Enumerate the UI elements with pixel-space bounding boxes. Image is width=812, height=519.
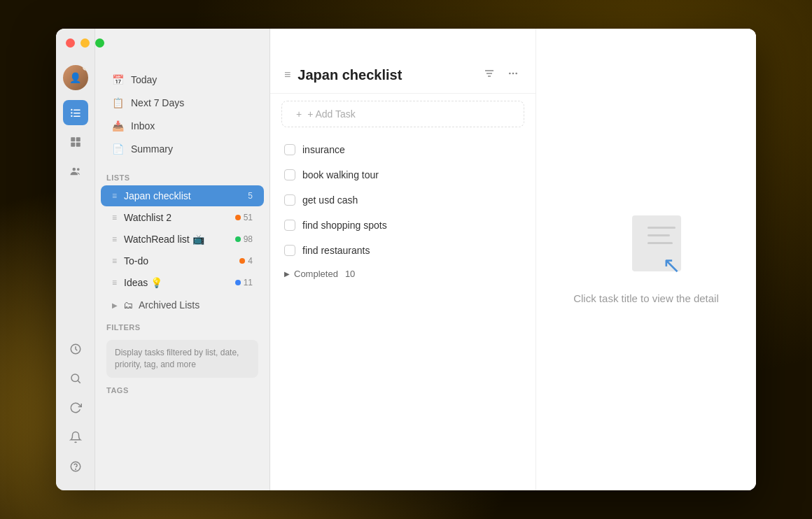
detail-placeholder: ↖ Click task title to view the detail [573, 215, 719, 304]
list-item-watchlist2[interactable]: ≡ Watchlist 2 51 [101, 207, 264, 228]
list-item-name: Japan checklist [124, 190, 242, 201]
filters-placeholder: Display tasks filtered by list, date, pr… [106, 340, 258, 378]
next-days-icon: 📋 [112, 97, 124, 108]
task-item[interactable]: book walking tour [270, 162, 536, 187]
task-checkbox[interactable] [284, 245, 295, 256]
status-dot [239, 258, 245, 264]
svg-rect-9 [76, 143, 80, 147]
list-item-todo[interactable]: ≡ To-do 4 [101, 250, 264, 271]
svg-rect-0 [71, 109, 72, 111]
bell-icon[interactable] [63, 425, 88, 450]
drag-icon: ≡ [112, 213, 117, 222]
task-item[interactable]: find restaurants ⊞ [270, 238, 536, 263]
task-checkbox[interactable] [284, 194, 295, 206]
search-icon[interactable] [63, 366, 88, 391]
task-title[interactable]: find shopping spots [302, 220, 522, 231]
add-task-bar[interactable]: + + Add Task [281, 101, 524, 127]
detail-panel: ↖ Click task title to view the detail [536, 29, 756, 490]
placeholder-line [648, 227, 676, 229]
placeholder-text: Click task title to view the detail [573, 292, 719, 304]
svg-point-22 [515, 73, 517, 75]
chevron-right-icon: ▶ [112, 301, 118, 309]
minimize-button[interactable] [80, 38, 90, 48]
list-badge: 98 [235, 234, 253, 244]
maximize-button[interactable] [95, 38, 104, 48]
sidebar-item-inbox[interactable]: 📥 Inbox [101, 115, 264, 137]
cursor-icon: ↖ [662, 252, 681, 278]
add-task-label: + Add Task [307, 108, 356, 120]
list-badge: 4 [239, 256, 253, 266]
sidebar-item-today[interactable]: 📅 Today [101, 69, 264, 91]
list-item-name: WatchRead list 📺 [124, 234, 230, 245]
svg-line-14 [78, 381, 80, 383]
chevron-right-icon: ▶ [284, 270, 290, 278]
badge-count: 4 [248, 256, 253, 266]
badge-count: 11 [244, 278, 253, 287]
completed-toggle[interactable]: ▶ Completed 10 [270, 263, 536, 285]
status-dot [235, 236, 241, 242]
sidebar-item-label: Next 7 Days [131, 97, 184, 108]
sort-button[interactable] [481, 65, 498, 85]
svg-point-10 [72, 168, 76, 171]
close-button[interactable] [66, 38, 75, 48]
avatar[interactable]: 👤 [63, 65, 88, 90]
svg-rect-6 [71, 137, 75, 141]
svg-rect-7 [76, 137, 80, 141]
tasks-icon[interactable] [63, 100, 88, 125]
tags-section-label: Tags [95, 383, 270, 400]
task-title[interactable]: get usd cash [302, 194, 522, 206]
task-list-title: Japan checklist [298, 67, 474, 83]
completed-label: Completed [294, 269, 338, 279]
filters-section: Display tasks filtered by list, date, pr… [95, 334, 270, 383]
lists-section-label: Lists [95, 166, 270, 185]
list-badge: 11 [235, 278, 253, 287]
list-item-japan-checklist[interactable]: ≡ Japan checklist 5 [101, 185, 264, 206]
sidebar-item-summary[interactable]: 📄 Summary [101, 138, 264, 160]
sidebar-nav: 📅 Today 📋 Next 7 Days 📥 Inbox 📄 Summary [95, 62, 270, 166]
svg-rect-5 [74, 116, 80, 118]
svg-rect-1 [74, 110, 80, 111]
archived-lists-item[interactable]: ▶ 🗂 Archived Lists [101, 294, 264, 315]
task-checkbox[interactable] [284, 220, 295, 231]
task-checkbox[interactable] [284, 169, 295, 180]
svg-rect-4 [71, 115, 72, 117]
task-item[interactable]: get usd cash [270, 187, 536, 213]
list-item-name: Watchlist 2 [124, 212, 230, 223]
filters-section-label: Filters [95, 316, 270, 334]
svg-point-20 [509, 73, 511, 75]
list-item-watchread[interactable]: ≡ WatchRead list 📺 98 [101, 229, 264, 250]
grid-icon[interactable] [63, 129, 88, 155]
refresh-icon[interactable] [63, 395, 88, 420]
svg-rect-3 [74, 113, 80, 114]
placeholder-line [648, 234, 670, 236]
placeholder-graphic: ↖ [611, 215, 681, 278]
summary-icon: 📄 [112, 143, 124, 155]
help-icon[interactable] [63, 454, 88, 479]
svg-point-21 [512, 73, 514, 75]
svg-point-11 [76, 168, 79, 171]
badge-count: 51 [244, 213, 253, 222]
task-title[interactable]: book walking tour [302, 169, 522, 180]
task-title[interactable]: insurance [302, 144, 522, 155]
sidebar-item-label: Inbox [131, 120, 155, 131]
list-item-ideas[interactable]: ≡ Ideas 💡 11 [101, 272, 264, 293]
clock-icon[interactable] [63, 336, 88, 362]
placeholder-lines [648, 227, 676, 244]
lists-container: ≡ Japan checklist 5 ≡ Watchlist 2 51 ≡ W… [95, 185, 270, 294]
drag-icon: ≡ [112, 191, 117, 201]
more-options-button[interactable] [505, 65, 522, 85]
list-item-name: To-do [124, 255, 234, 266]
calendar-icon: 📅 [112, 74, 124, 85]
task-title[interactable]: find restaurants [302, 245, 506, 256]
sidebar-item-label: Today [131, 74, 157, 85]
drag-icon: ≡ [112, 256, 117, 266]
task-checkbox[interactable] [284, 144, 295, 155]
task-list-header: ≡ Japan checklist [270, 57, 536, 94]
task-item[interactable]: insurance [270, 137, 536, 162]
svg-rect-2 [71, 112, 72, 113]
task-item-highlighted[interactable]: find shopping spots [270, 213, 536, 238]
list-item-name: Ideas 💡 [124, 277, 230, 288]
sidebar-item-next7days[interactable]: 📋 Next 7 Days [101, 92, 264, 114]
drag-icon: ≡ [112, 234, 117, 244]
users-icon[interactable] [63, 159, 88, 184]
